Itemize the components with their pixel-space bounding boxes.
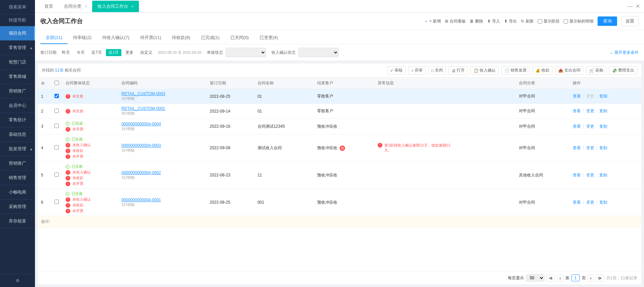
import-btn[interactable]: ⬇ 导入 xyxy=(487,18,500,24)
board-btn[interactable]: ⊞ 合同看板 xyxy=(445,18,466,24)
purchase-btn[interactable]: 🛒 采购 xyxy=(586,66,606,75)
copy-link[interactable]: 复制 xyxy=(599,93,607,99)
add-btn[interactable]: ＋ + 新增 xyxy=(424,18,441,24)
copy-link[interactable]: 复制 xyxy=(599,124,607,129)
date-opt-today[interactable]: 今天 xyxy=(74,49,87,56)
row-checkbox[interactable] xyxy=(54,145,59,150)
change-link[interactable]: 变更 xyxy=(586,124,594,129)
contract-code-link[interactable]: 0000000000004-0002 xyxy=(121,170,161,175)
change-link[interactable]: 变更 xyxy=(586,108,594,114)
sidebar-item-xiao-ecom[interactable]: 小畅电商 xyxy=(0,185,35,200)
change-link[interactable]: 变更 xyxy=(586,93,594,99)
doc-status-select[interactable] xyxy=(226,48,266,57)
filter-tab-pending-review[interactable]: 待审核(2) xyxy=(68,33,97,44)
copy-link[interactable]: 复制 xyxy=(599,145,607,151)
tab-contract-type[interactable]: 合同分类 × xyxy=(59,1,92,12)
date-opt-last7[interactable]: 近7天 xyxy=(89,49,105,56)
tab-close-contract-type[interactable]: × xyxy=(85,4,87,8)
page-size-select[interactable]: 20 50 100 xyxy=(526,274,544,282)
filter-tab-pending-income-confirm[interactable]: 待收入确认(7) xyxy=(97,33,135,44)
change-link[interactable]: 变更 xyxy=(586,145,594,151)
change-link[interactable]: 变更 xyxy=(586,200,594,205)
tab-income-workbench[interactable]: 收入合同工作台 × xyxy=(92,1,139,12)
sidebar-quicknav[interactable]: 快捷导航 xyxy=(0,14,35,26)
fee-out-btn[interactable]: 💸 费用支出 xyxy=(609,66,637,75)
sidebar-item-wholesale-mgr[interactable]: 批发管理 ▲ xyxy=(0,142,35,156)
filter-tab-pending-invoice[interactable]: 待开票(11) xyxy=(135,33,166,44)
view-link[interactable]: 查看 xyxy=(573,172,581,178)
abandon-btn[interactable]: ○ 弃审 xyxy=(408,66,426,75)
export-btn[interactable]: ⬆ 导出 xyxy=(504,18,517,24)
review-btn[interactable]: ✓ 审核 xyxy=(387,66,406,75)
row-checkbox[interactable] xyxy=(54,200,59,204)
tab-close-income-workbench[interactable]: × xyxy=(131,4,134,8)
row-checkbox[interactable] xyxy=(54,172,59,177)
sidebar-item-retail-commerce[interactable]: 零售商城 xyxy=(0,70,35,84)
last-page-btn[interactable]: ⊳ xyxy=(596,275,604,282)
date-opt-last1m[interactable]: 近1月 xyxy=(106,49,122,56)
row-checkbox[interactable] xyxy=(54,124,59,128)
sidebar-item-marketing2[interactable]: 营销推广 xyxy=(0,156,35,171)
contract-code-link[interactable]: RETAIL_CUSTOM-0003 xyxy=(121,91,165,96)
date-opt-yesterday[interactable]: 昨天 xyxy=(59,49,73,56)
change-link[interactable]: 变更 xyxy=(586,172,594,178)
contract-code-link[interactable]: RETAIL_CUSTOM-0001 xyxy=(121,106,165,111)
sidebar-settings[interactable]: ⚙ xyxy=(0,274,35,287)
date-opt-custom[interactable]: 自定义 xyxy=(138,49,155,56)
copy-link[interactable]: 复制 xyxy=(599,172,607,178)
sales-invoice-btn[interactable]: 📄 销售发票 xyxy=(501,66,530,75)
settings-icon[interactable]: ⚙ xyxy=(41,81,45,86)
sidebar-item-base-info[interactable]: 基础信息 xyxy=(0,127,35,142)
income-confirm-select[interactable] xyxy=(298,48,339,57)
print-btn[interactable]: 🖨 打开 xyxy=(449,66,468,75)
sidebar-item-purchase[interactable]: 采购管理 xyxy=(0,200,35,214)
sidebar-item-retail-stats[interactable]: 零售统计 xyxy=(0,113,35,127)
next-page-btn[interactable]: › xyxy=(588,275,594,282)
view-link[interactable]: 查看 xyxy=(573,200,581,205)
sidebar-item-sales-mgr[interactable]: 销售管理 xyxy=(0,171,35,185)
table-wrap[interactable]: ⚙ 合同整体状态 合同编码 xyxy=(38,78,641,271)
tab-home[interactable]: 首页 xyxy=(39,1,59,12)
filter-tab-closed[interactable]: 已关闭(0) xyxy=(225,33,254,44)
collection-btn[interactable]: 💰 收款 xyxy=(532,66,553,75)
close-btn[interactable]: □ 关闭 xyxy=(428,66,446,75)
settings-button[interactable]: 设置 xyxy=(621,16,639,26)
view-link[interactable]: 查看 xyxy=(573,124,581,129)
expand-filter-btn[interactable]: ⌄ 展开更多条件 xyxy=(610,50,639,55)
sidebar-item-marketing[interactable]: 营销推广 xyxy=(0,84,35,98)
copy-link[interactable]: 复制 xyxy=(599,200,607,205)
copy-link[interactable]: 复制 xyxy=(599,108,607,114)
window-close[interactable]: ✕ xyxy=(636,3,640,9)
prev-page-btn[interactable]: ‹ xyxy=(557,275,563,282)
sidebar-item-retail-mgr[interactable]: 零售管理 ▲ xyxy=(0,41,35,55)
filter-tab-all[interactable]: 全部(11) xyxy=(40,33,68,44)
refresh-btn[interactable]: ↻ 刷新 xyxy=(521,18,534,24)
expenditure-btn[interactable]: 📤 支出合同 xyxy=(555,66,583,75)
filter-tab-pending-payment[interactable]: 待收款(8) xyxy=(166,33,196,44)
view-link[interactable]: 查看 xyxy=(573,108,581,114)
date-opt-more[interactable]: 更多 xyxy=(123,49,136,56)
contract-code-link[interactable]: 0000000000004-0001 xyxy=(121,198,161,202)
show-details-checkbox[interactable]: 显示标的明细 xyxy=(564,18,594,24)
query-button[interactable]: 查询 xyxy=(598,16,617,26)
income-confirm-btn[interactable]: 📋 收入确认 xyxy=(470,66,499,75)
sidebar-search[interactable]: 搜索菜单 xyxy=(0,0,35,14)
window-minimize[interactable]: — xyxy=(628,3,633,9)
sidebar-item-inventory[interactable]: 库存核算 xyxy=(0,214,35,229)
show-fields-checkbox[interactable]: 显示阶段 xyxy=(538,18,560,24)
filter-tab-changed[interactable]: 已变更(4) xyxy=(254,33,283,44)
view-link[interactable]: 查看 xyxy=(573,145,581,151)
view-link[interactable]: 查看 xyxy=(573,93,581,99)
contract-code-link[interactable]: 0000000000004-0003 xyxy=(121,143,161,148)
row-checkbox[interactable] xyxy=(54,94,59,98)
sidebar-item-project[interactable]: 项目合同 xyxy=(0,26,35,41)
sidebar-item-member[interactable]: 会员中心 xyxy=(0,98,35,113)
sidebar-item-smart-store[interactable]: 智慧门店 xyxy=(0,55,35,70)
delete-btn[interactable]: 🗑 删除 xyxy=(470,18,483,24)
filter-tab-completed[interactable]: 已完成(1) xyxy=(196,33,225,44)
status-circle-green: ✓ xyxy=(66,122,70,126)
select-all-checkbox[interactable] xyxy=(54,81,59,85)
contract-code-link[interactable]: 0000000000004-0004 xyxy=(121,122,161,126)
first-page-btn[interactable]: ⊲ xyxy=(546,275,555,282)
row-checkbox[interactable] xyxy=(54,109,59,113)
